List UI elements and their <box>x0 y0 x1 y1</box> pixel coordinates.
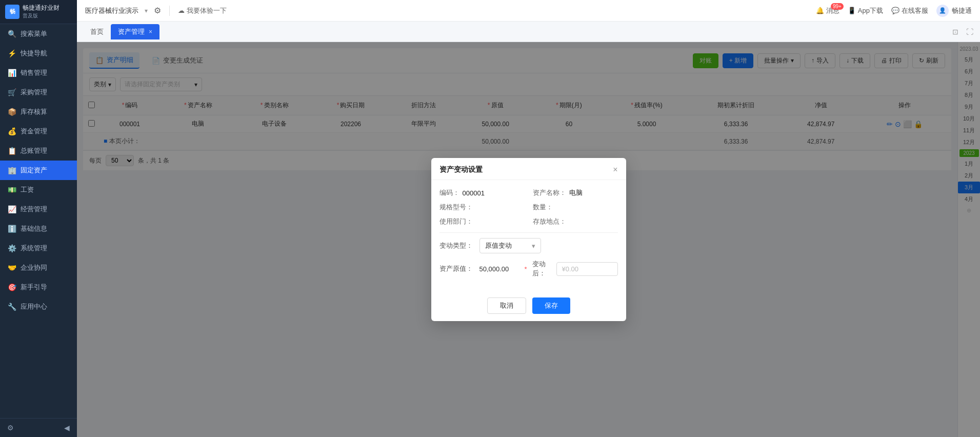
qty-label: 数量： <box>533 203 553 212</box>
modal-divider <box>439 232 618 233</box>
sidebar-item-quicknav[interactable]: ⚡ 快捷导航 <box>0 44 77 63</box>
tab-asset-label: 资产管理 <box>118 27 145 36</box>
sidebar-item-label: 快捷导航 <box>21 49 47 58</box>
sidebar-item-sales[interactable]: 📊 销售管理 <box>0 63 77 83</box>
modal-close-button[interactable]: × <box>613 165 617 174</box>
save-button[interactable]: 保存 <box>532 297 570 314</box>
original-value-row: 资产原值： 50,000.00 * 变动后： <box>439 260 618 278</box>
original-value-label: 资产原值： <box>439 264 475 273</box>
change-after-input[interactable] <box>556 262 618 276</box>
sidebar-item-guide[interactable]: 🎯 新手引导 <box>0 277 77 297</box>
modal-field-code: 编码： 000001 <box>439 188 525 197</box>
company-dropdown-arrow[interactable]: ▾ <box>145 7 148 14</box>
sidebar-nav: 🔍 搜索菜单 ⚡ 快捷导航 📊 销售管理 🛒 采购管理 📦 库存核算 💰 资金管… <box>0 24 77 418</box>
sidebar-item-label: 资金管理 <box>21 127 47 136</box>
notification-button[interactable]: 🔔 消息 99+ <box>816 6 839 15</box>
sidebar-item-label: 基础信息 <box>21 224 47 233</box>
modal-body: 编码： 000001 资产名称： 电脑 规格型号： 数量： <box>431 180 626 292</box>
finance-icon: 💰 <box>7 127 16 136</box>
change-type-label: 变动类型： <box>439 241 475 250</box>
window-restore-button[interactable]: ⊡ <box>949 26 962 38</box>
code-value: 000001 <box>463 189 485 197</box>
spec-label: 规格型号： <box>439 203 473 212</box>
sidebar-item-cooperation[interactable]: 🤝 企业协同 <box>0 258 77 277</box>
app-download-icon: 📱 <box>848 7 856 14</box>
sidebar-item-purchase[interactable]: 🛒 采购管理 <box>0 83 77 102</box>
topbar-right: 🔔 消息 99+ 📱 App下载 💬 在线客服 👤 畅捷通 <box>816 5 972 17</box>
code-label: 编码： <box>439 188 459 197</box>
modal-title: 资产变动设置 <box>439 165 483 174</box>
asset-change-modal: 资产变动设置 × 编码： 000001 资产名称： 电脑 <box>431 158 626 321</box>
cooperation-icon: 🤝 <box>7 263 16 272</box>
company-name: 医疗器械行业演示 <box>85 6 138 15</box>
change-type-row: 变动类型： 原值变动 ▾ <box>439 238 618 253</box>
experience-cloud-icon: ☁ <box>178 7 185 14</box>
user-avatar: 👤 <box>936 5 949 17</box>
tab-home[interactable]: 首页 <box>83 24 111 39</box>
tab-asset-management[interactable]: 资产管理 × <box>111 24 159 39</box>
inventory-icon: 📦 <box>7 107 16 116</box>
sidebar-item-label: 应用中心 <box>21 302 47 311</box>
window-controls: ⊡ ⛶ <box>949 26 980 38</box>
sidebar-item-label: 固定资产 <box>21 166 47 175</box>
settings-icon[interactable]: ⚙ <box>154 6 161 15</box>
asset-name-value: 电脑 <box>569 188 583 197</box>
username: 畅捷通 <box>952 6 972 15</box>
sidebar-header: 畅 畅捷通好业财 普及版 <box>0 0 77 24</box>
cancel-button[interactable]: 取消 <box>487 297 526 314</box>
sidebar-item-fixed-assets[interactable]: 🏢 固定资产 <box>0 161 77 180</box>
settings-footer-icon[interactable]: ⚙ <box>7 424 14 432</box>
payroll-icon: 💵 <box>7 185 16 194</box>
ledger-icon: 📋 <box>7 146 16 155</box>
apps-icon: 🔧 <box>7 302 16 311</box>
sidebar-item-label: 总账管理 <box>21 146 47 155</box>
sidebar-item-label: 采购管理 <box>21 88 47 97</box>
sidebar-item-label: 新手引导 <box>21 283 47 292</box>
operations-icon: 📈 <box>7 205 16 214</box>
topbar-divider <box>169 6 170 16</box>
sidebar-item-label: 经营管理 <box>21 205 47 214</box>
sidebar-item-payroll[interactable]: 💵 工资 <box>0 180 77 200</box>
app-title-block: 畅捷通好业财 普及版 <box>23 4 59 19</box>
customer-service-label: 在线客服 <box>902 6 928 15</box>
app-logo: 畅 <box>5 5 19 19</box>
sidebar-item-label: 销售管理 <box>21 68 47 77</box>
search-icon: 🔍 <box>7 29 16 38</box>
change-type-select[interactable]: 原值变动 ▾ <box>479 238 541 253</box>
change-type-value: 原值变动 <box>485 241 512 250</box>
customer-service-button[interactable]: 💬 在线客服 <box>891 6 928 15</box>
sidebar-item-system[interactable]: ⚙️ 系统管理 <box>0 239 77 258</box>
app-title: 畅捷通好业财 <box>23 4 59 12</box>
modal-info-grid: 编码： 000001 资产名称： 电脑 规格型号： 数量： <box>439 188 618 226</box>
window-maximize-button[interactable]: ⛶ <box>964 26 976 38</box>
sidebar-item-label: 工资 <box>21 185 34 194</box>
sidebar-item-ledger[interactable]: 📋 总账管理 <box>0 141 77 161</box>
sidebar-footer: ⚙ ◀ <box>0 418 77 437</box>
sidebar-item-finance[interactable]: 💰 资金管理 <box>0 122 77 141</box>
sidebar-item-label: 搜索菜单 <box>21 29 47 38</box>
tabs-bar: 首页 资产管理 × ⊡ ⛶ <box>77 22 980 42</box>
app-download-label: App下载 <box>858 6 883 15</box>
change-type-dropdown-icon: ▾ <box>532 242 535 250</box>
content-area: 📋 资产明细 📄 变更生成凭证 对账 + 新增 批量操作 ▾ ↑ <box>77 42 980 437</box>
change-after-label: 变动后： <box>532 260 552 278</box>
experience-link[interactable]: ☁ 我要体验一下 <box>178 6 227 15</box>
asset-name-label: 资产名称： <box>533 188 566 197</box>
sidebar-item-inventory[interactable]: 📦 库存核算 <box>0 102 77 122</box>
app-download-button[interactable]: 📱 App下载 <box>848 6 883 15</box>
user-menu[interactable]: 👤 畅捷通 <box>936 5 972 17</box>
sidebar-item-label: 系统管理 <box>21 244 47 253</box>
system-icon: ⚙️ <box>7 244 16 253</box>
sidebar-item-operations[interactable]: 📈 经营管理 <box>0 200 77 219</box>
dept-label: 使用部门： <box>439 217 473 226</box>
guide-icon: 🎯 <box>7 283 16 292</box>
modal-header: 资产变动设置 × <box>431 158 626 180</box>
sidebar-item-label: 库存核算 <box>21 107 47 116</box>
sidebar-item-apps[interactable]: 🔧 应用中心 <box>0 297 77 316</box>
location-label: 存放地点： <box>533 217 566 226</box>
sidebar-item-basic-info[interactable]: ℹ️ 基础信息 <box>0 219 77 239</box>
modal-field-qty: 数量： <box>533 203 618 212</box>
tab-close-button[interactable]: × <box>149 28 152 35</box>
sidebar-item-search[interactable]: 🔍 搜索菜单 <box>0 24 77 44</box>
collapse-icon[interactable]: ◀ <box>64 424 70 432</box>
